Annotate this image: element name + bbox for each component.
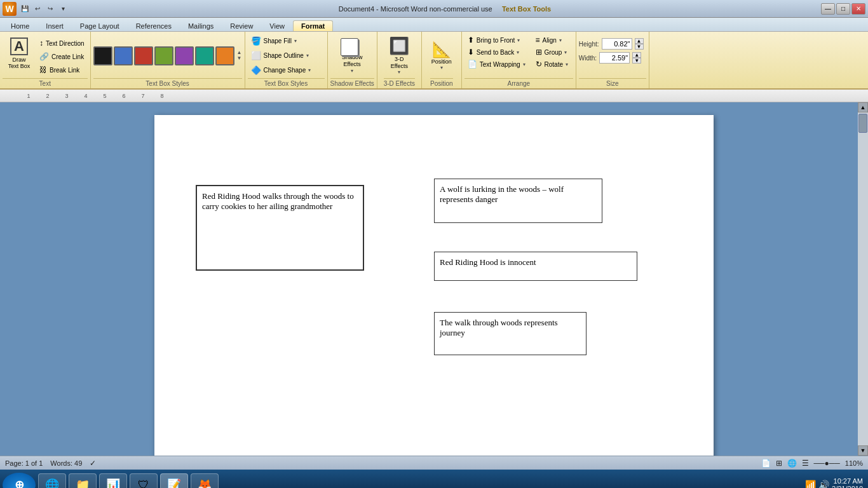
tab-mailings[interactable]: Mailings xyxy=(180,20,222,31)
text-direction-button[interactable]: ↕ Text Direction xyxy=(36,37,88,50)
3d-effects-button[interactable]: 🔲 3-DEffects ▾ xyxy=(380,37,418,74)
rotate-label: Rotate xyxy=(545,61,563,68)
send-back-icon: ⬇ xyxy=(468,48,474,57)
height-up-button[interactable]: ▲ xyxy=(635,38,644,44)
textbox-3[interactable]: Red Riding Hood is innocent xyxy=(434,252,637,281)
vertical-scrollbar[interactable]: ▲ ▼ xyxy=(858,102,868,456)
break-link-button[interactable]: ⛓ Break Link xyxy=(36,64,88,76)
text-wrapping-button[interactable]: 📄 Text Wrapping ▾ xyxy=(465,58,529,70)
shape-fill-label: Shape Fill xyxy=(264,37,292,44)
width-down-button[interactable]: ▼ xyxy=(632,58,641,64)
maximize-button[interactable]: □ xyxy=(836,3,850,15)
shadow-effects-group-label: Shadow Effects xyxy=(330,78,374,87)
taskbar-explorer[interactable]: 📁 xyxy=(69,473,97,488)
redo-btn[interactable]: ↪ xyxy=(44,3,56,15)
swatch-purple[interactable] xyxy=(175,46,194,65)
align-button[interactable]: ≡ Align ▾ xyxy=(532,34,571,46)
swatch-black[interactable] xyxy=(93,46,112,65)
minimize-button[interactable]: — xyxy=(821,3,835,15)
width-up-button[interactable]: ▲ xyxy=(632,52,641,58)
position-button[interactable]: 📐 Position ▾ xyxy=(424,37,459,74)
textbox-4[interactable]: The walk through woods represents journe… xyxy=(434,312,587,355)
close-button[interactable]: ✕ xyxy=(851,3,865,15)
ribbon-group-size: Height: ▲ ▼ Width: ▲ ▼ Size xyxy=(576,32,649,88)
3d-effects-dropdown-icon[interactable]: ▾ xyxy=(398,69,400,75)
scroll-up-arrow[interactable]: ▲ xyxy=(237,50,242,55)
undo-btn[interactable]: ↩ xyxy=(32,3,43,15)
save-btn[interactable]: 💾 xyxy=(19,3,31,15)
scroll-down-arrow[interactable]: ▼ xyxy=(237,56,242,61)
swatch-green[interactable] xyxy=(154,46,173,65)
scroll-thumb[interactable] xyxy=(858,114,867,133)
shape-outline-dropdown-icon[interactable]: ▾ xyxy=(306,53,309,58)
scroll-down-button[interactable]: ▼ xyxy=(858,445,868,456)
swatch-red[interactable] xyxy=(134,46,153,65)
bring-front-button[interactable]: ⬆ Bring to Front ▾ xyxy=(465,34,529,46)
width-input[interactable] xyxy=(599,52,630,64)
shape-fill-group-label: Text Box Styles xyxy=(248,78,325,87)
tab-format[interactable]: Format xyxy=(293,20,333,31)
start-button[interactable]: ⊕ xyxy=(3,473,36,488)
text-group-label: Text xyxy=(3,78,88,87)
text-wrapping-dropdown[interactable]: ▾ xyxy=(523,62,526,67)
shape-fill-button[interactable]: 🪣 Shape Fill ▾ xyxy=(248,34,300,48)
textbox-1-text: Red Riding Hood walks through the woods … xyxy=(202,191,354,211)
change-shape-dropdown-icon[interactable]: ▾ xyxy=(308,67,311,73)
height-spinner: ▲ ▼ xyxy=(635,38,644,50)
ribbon-group-text: A DrawText Box ↕ Text Direction 🔗 Create… xyxy=(0,32,91,88)
taskbar-app4[interactable]: 🛡 xyxy=(130,473,158,488)
rotate-button[interactable]: ↻ Rotate ▾ xyxy=(532,58,571,70)
scroll-up-button[interactable]: ▲ xyxy=(858,102,868,112)
swatch-scroll[interactable]: ▲ ▼ xyxy=(237,50,242,61)
view-print-icon[interactable]: 📄 xyxy=(761,459,771,468)
clock-date: 2/21/2010 xyxy=(832,485,863,488)
position-dropdown-icon[interactable]: ▾ xyxy=(440,65,443,71)
create-link-button[interactable]: 🔗 Create Link xyxy=(36,50,88,63)
bring-front-dropdown[interactable]: ▾ xyxy=(517,37,520,43)
send-back-button[interactable]: ⬇ Send to Back ▾ xyxy=(465,46,529,58)
system-icons: 📶 🔊 xyxy=(805,480,829,488)
change-shape-button[interactable]: 🔷 Change Shape ▾ xyxy=(248,64,315,77)
tab-review[interactable]: Review xyxy=(222,20,261,31)
shadow-effects-button[interactable]: ShadowEffects ▾ xyxy=(333,37,371,74)
swatch-orange[interactable] xyxy=(215,46,234,65)
office-logo[interactable]: W xyxy=(3,2,17,16)
status-right: 📄 ⊞ 🌐 ☰ ──●── 110% xyxy=(761,459,863,468)
group-button[interactable]: ⊞ Group ▾ xyxy=(532,46,571,58)
view-outline-icon[interactable]: ☰ xyxy=(802,459,809,468)
draw-text-box-button[interactable]: A DrawText Box xyxy=(3,34,36,70)
group-dropdown[interactable]: ▾ xyxy=(564,50,567,55)
taskbar-firefox[interactable]: 🦊 xyxy=(191,473,219,488)
swatch-blue[interactable] xyxy=(114,46,133,65)
tab-view[interactable]: View xyxy=(261,20,293,31)
tab-home[interactable]: Home xyxy=(3,20,37,31)
window-title: Document4 - Microsoft Word non-commercia… xyxy=(69,5,821,13)
view-full-icon[interactable]: ⊞ xyxy=(776,459,782,468)
textbox-2[interactable]: A wolf is lurking in the woods – wolf re… xyxy=(434,179,602,223)
qa-dropdown[interactable]: ▾ xyxy=(57,3,69,15)
proofing-icon[interactable]: ✓ xyxy=(90,459,96,468)
shadow-effects-dropdown-icon[interactable]: ▾ xyxy=(351,68,353,74)
textbox-1[interactable]: Red Riding Hood walks through the woods … xyxy=(196,185,364,271)
send-back-dropdown[interactable]: ▾ xyxy=(517,50,519,55)
shape-fill-dropdown-icon[interactable]: ▾ xyxy=(294,38,297,44)
align-dropdown[interactable]: ▾ xyxy=(559,37,562,43)
create-link-label: Create Link xyxy=(51,53,84,60)
tab-references[interactable]: References xyxy=(128,20,180,31)
view-web-icon[interactable]: 🌐 xyxy=(787,459,797,468)
taskbar-word[interactable]: 📝 xyxy=(160,473,188,488)
text-wrapping-icon: 📄 xyxy=(468,60,477,69)
zoom-slider[interactable]: ──●── xyxy=(814,459,840,468)
rotate-dropdown[interactable]: ▾ xyxy=(566,62,568,67)
taskbar: ⊕ 🌐 📁 📊 🛡 📝 🦊 📶 🔊 10:27 AM 2/21/2010 xyxy=(0,470,868,488)
taskbar-app3[interactable]: 📊 xyxy=(99,473,127,488)
tab-page-layout[interactable]: Page Layout xyxy=(72,20,128,31)
shape-outline-button[interactable]: ⬜ Shape Outline ▾ xyxy=(248,49,312,62)
tab-insert[interactable]: Insert xyxy=(37,20,72,31)
height-input[interactable] xyxy=(602,38,632,50)
height-down-button[interactable]: ▼ xyxy=(635,44,644,50)
swatch-teal[interactable] xyxy=(195,46,214,65)
ribbon-group-3d-effects: 🔲 3-DEffects ▾ 3-D Effects xyxy=(377,32,422,88)
arrange-col1: ⬆ Bring to Front ▾ ⬇ Send to Back ▾ 📄 Te… xyxy=(465,34,529,70)
taskbar-ie[interactable]: 🌐 xyxy=(38,473,66,488)
